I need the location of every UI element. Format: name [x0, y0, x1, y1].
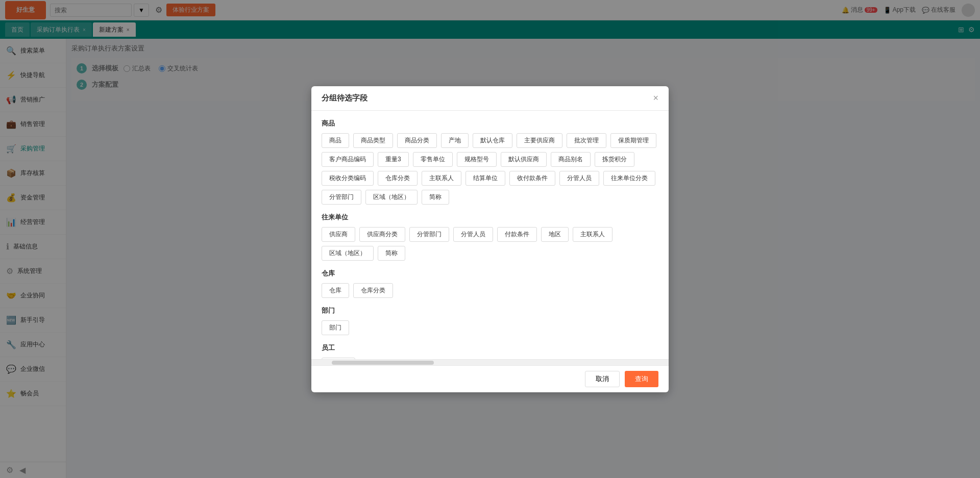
field-tag-goods[interactable]: 商品 [322, 133, 349, 148]
field-tag-weight3[interactable]: 重量3 [378, 152, 409, 167]
field-tag-origin[interactable]: 产地 [441, 133, 469, 148]
modal-hscroll[interactable] [311, 359, 669, 365]
field-tag-manager[interactable]: 分管人员 [559, 171, 599, 186]
confirm-button[interactable]: 查询 [625, 371, 658, 387]
modal-body: 商品 商品 商品类型 商品分类 产地 默认仓库 主要供应商 批次管理 保质期管理… [311, 111, 669, 359]
field-tag-default-warehouse[interactable]: 默认仓库 [473, 133, 512, 148]
field-tag-pick-points[interactable]: 拣货积分 [595, 152, 634, 167]
field-tag-partner-dept[interactable]: 分管部门 [409, 227, 449, 242]
field-tag-supplier[interactable]: 供应商 [322, 227, 355, 242]
modal-backdrop: 分组待选字段 × 商品 商品 商品类型 商品分类 产地 默认仓库 主要供应商 批… [0, 0, 980, 478]
field-tag-partner-mgr[interactable]: 分管人员 [453, 227, 493, 242]
section-partner-title: 往来单位 [322, 213, 658, 222]
goods-tags: 商品 商品类型 商品分类 产地 默认仓库 主要供应商 批次管理 保质期管理 客户… [322, 133, 658, 205]
modal-header: 分组待选字段 × [311, 86, 669, 111]
field-tag-partner-cat[interactable]: 往来单位分类 [603, 171, 655, 186]
field-tag-partner-region[interactable]: 区域（地区） [322, 246, 374, 261]
field-selection-modal: 分组待选字段 × 商品 商品 商品类型 商品分类 产地 默认仓库 主要供应商 批… [311, 86, 669, 392]
field-tag-partner-contact[interactable]: 主联系人 [573, 227, 612, 242]
modal-hscroll-thumb [332, 361, 434, 365]
field-tag-default-supplier[interactable]: 默认供应商 [501, 152, 547, 167]
section-goods: 商品 商品 商品类型 商品分类 产地 默认仓库 主要供应商 批次管理 保质期管理… [322, 119, 658, 205]
modal-title: 分组待选字段 [322, 93, 368, 103]
field-tag-main-contact[interactable]: 主联系人 [422, 171, 461, 186]
modal-footer: 取消 查询 [311, 365, 669, 392]
warehouse-tags: 仓库 仓库分类 [322, 283, 658, 298]
section-partner: 往来单位 供应商 供应商分类 分管部门 分管人员 付款条件 地区 主联系人 区域… [322, 213, 658, 261]
field-tag-supplier-cat[interactable]: 供应商分类 [359, 227, 405, 242]
field-tag-dept[interactable]: 分管部门 [322, 190, 361, 205]
field-tag-shelf-life[interactable]: 保质期管理 [610, 133, 656, 148]
field-tag-department[interactable]: 部门 [322, 320, 349, 335]
section-employee: 员工 业务员 [322, 343, 658, 359]
field-tag-spec-model[interactable]: 规格型号 [457, 152, 497, 167]
field-tag-wh-cat[interactable]: 仓库分类 [353, 283, 393, 298]
field-tag-region[interactable]: 区域（地区） [365, 190, 418, 205]
field-tag-customer-code[interactable]: 客户商品编码 [322, 152, 374, 167]
section-goods-title: 商品 [322, 119, 658, 128]
cancel-button[interactable]: 取消 [585, 371, 620, 387]
dept-tags: 部门 [322, 320, 658, 335]
field-tag-batch-mgmt[interactable]: 批次管理 [567, 133, 606, 148]
section-dept-title: 部门 [322, 306, 658, 315]
field-tag-payment-terms[interactable]: 收付款条件 [509, 171, 555, 186]
section-warehouse: 仓库 仓库 仓库分类 [322, 269, 658, 298]
field-tag-retail-unit[interactable]: 零售单位 [413, 152, 453, 167]
partner-tags: 供应商 供应商分类 分管部门 分管人员 付款条件 地区 主联系人 区域（地区） … [322, 227, 658, 261]
section-warehouse-title: 仓库 [322, 269, 658, 278]
modal-close-btn[interactable]: × [653, 93, 658, 103]
field-tag-settlement-unit[interactable]: 结算单位 [465, 171, 505, 186]
field-tag-tax-code[interactable]: 税收分类编码 [322, 171, 374, 186]
section-department: 部门 部门 [322, 306, 658, 335]
field-tag-main-supplier[interactable]: 主要供应商 [517, 133, 562, 148]
field-tag-wh[interactable]: 仓库 [322, 283, 349, 298]
field-tag-goods-alias[interactable]: 商品别名 [551, 152, 591, 167]
field-tag-partner-abbr[interactable]: 简称 [378, 246, 405, 261]
field-tag-short-name[interactable]: 简称 [422, 190, 449, 205]
field-tag-area[interactable]: 地区 [541, 227, 569, 242]
section-employee-title: 员工 [322, 343, 658, 353]
field-tag-pay-condition[interactable]: 付款条件 [497, 227, 537, 242]
field-tag-warehouse-cat[interactable]: 仓库分类 [378, 171, 418, 186]
field-tag-goods-category[interactable]: 商品分类 [397, 133, 437, 148]
field-tag-goods-type[interactable]: 商品类型 [353, 133, 393, 148]
